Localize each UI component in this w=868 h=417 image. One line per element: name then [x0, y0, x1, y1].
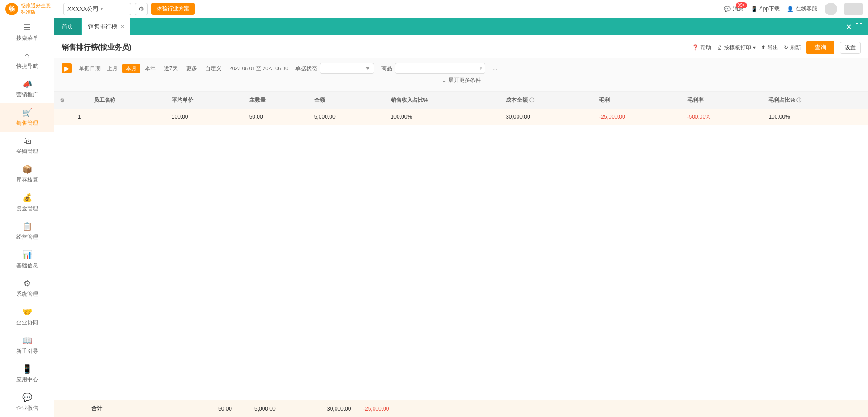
- settings-icon[interactable]: ⚙: [135, 3, 148, 15]
- basics-icon: 📊: [22, 250, 32, 260]
- export-icon: ⬆: [761, 44, 766, 51]
- message-icon: 💬: [724, 6, 731, 12]
- inventory-icon: 📦: [22, 164, 32, 174]
- status-filter: 单据状态: [295, 63, 374, 74]
- sidebar-item-marketing[interactable]: 📣 营销推广: [0, 75, 54, 103]
- goods-filter-label: 商品: [381, 65, 392, 72]
- gross-pct-info-icon: ⓘ: [796, 97, 801, 103]
- trial-button[interactable]: 体验行业方案: [151, 3, 195, 15]
- sidebar-item-enterprise[interactable]: 🤝 企业协同: [0, 302, 54, 331]
- page-title: 销售排行榜(按业务员): [62, 43, 132, 53]
- weixin-icon: 💬: [22, 393, 32, 403]
- tab-close-icon[interactable]: ×: [121, 24, 124, 30]
- date-filter: 单据日期 上月 本月 本年 近7天 更多 自定义 2023-06-01 至 20…: [79, 64, 288, 73]
- refresh-button[interactable]: ↻ 刷新: [784, 44, 801, 52]
- date-tab-more[interactable]: 更多: [182, 64, 201, 73]
- sidebar-item-shortcuts[interactable]: ⌂ 快捷导航: [0, 47, 54, 75]
- footer-amount: 5,000.00: [254, 406, 291, 412]
- column-settings-icon[interactable]: ⚙: [60, 97, 65, 104]
- col-quantity: 主数量: [244, 92, 309, 109]
- settings-button[interactable]: 设置: [840, 42, 861, 54]
- sidebar: ☰ 搜索菜单 ⌂ 快捷导航 📣 营销推广 🛒 销售管理 🛍 采购管理 📦 库存核…: [0, 18, 54, 417]
- download-icon: 📱: [751, 6, 758, 12]
- col-employee-name: 员工名称: [88, 92, 166, 109]
- sidebar-item-weixin[interactable]: 💬 企业微信: [0, 388, 54, 417]
- top-right-area: 💬 消息 99+ 📱 App下载 👤 在线客服: [724, 3, 863, 15]
- sidebar-item-operations[interactable]: 📋 经营管理: [0, 217, 54, 245]
- main-layout: ☰ 搜索菜单 ⌂ 快捷导航 📣 营销推广 🛒 销售管理 🛍 采购管理 📦 库存核…: [0, 18, 868, 417]
- col-gross-rate: 毛利率: [682, 92, 763, 109]
- messages-button[interactable]: 💬 消息 99+: [724, 5, 743, 13]
- home-icon: ⌂: [24, 51, 29, 61]
- filter-row: ▶ 单据日期 上月 本月 本年 近7天 更多 自定义 2023-06-01 至 …: [62, 63, 861, 74]
- row-rank-cell: 1: [70, 109, 88, 125]
- tab-sales-ranking[interactable]: 销售排行榜 ×: [82, 18, 130, 35]
- print-button[interactable]: 🖨 按模板打印 ▾: [717, 44, 756, 52]
- filter-toggle-icon[interactable]: ▶: [62, 63, 72, 73]
- sales-icon: 🛒: [22, 108, 32, 118]
- col-avg-price: 平均单价: [166, 92, 244, 109]
- row-gross-rate-cell: -500.00%: [682, 109, 763, 125]
- col-rank: [70, 92, 88, 109]
- date-tabs: 上月 本月 本年 近7天 更多 自定义: [103, 64, 225, 73]
- sidebar-item-system[interactable]: ⚙ 系统管理: [0, 274, 54, 302]
- sidebar-item-apps[interactable]: 📱 应用中心: [0, 359, 54, 388]
- search-icon: ☰: [24, 23, 31, 33]
- chevron-down-icon: ▾: [101, 6, 103, 11]
- expand-more-button[interactable]: ⌄ 展开更多条件: [62, 74, 861, 87]
- apps-icon: 📱: [22, 364, 32, 374]
- date-tab-custom[interactable]: 自定义: [201, 64, 225, 73]
- marketing-icon: 📣: [22, 79, 32, 89]
- sidebar-item-basics[interactable]: 📊 基础信息: [0, 245, 54, 274]
- date-tab-this-year[interactable]: 本年: [141, 64, 159, 73]
- date-filter-label: 单据日期: [79, 65, 101, 72]
- tab-bar: 首页 销售排行榜 × ✕ ⛶: [54, 18, 868, 35]
- page-content: 销售排行榜(按业务员) ❓ 帮助 🖨 按模板打印 ▾ ⬆ 导出: [54, 35, 868, 417]
- help-button[interactable]: ❓ 帮助: [692, 44, 711, 52]
- tab-home[interactable]: 首页: [54, 18, 81, 35]
- more-filters-dots[interactable]: ...: [493, 65, 497, 72]
- logo-icon: 畅: [5, 3, 18, 15]
- expand-icon: ⌄: [442, 77, 446, 84]
- col-gross-pct: 毛利占比% ⓘ: [763, 92, 868, 109]
- online-service-button[interactable]: 👤 在线客服: [787, 5, 817, 13]
- date-tab-last-month[interactable]: 上月: [103, 64, 121, 73]
- sidebar-item-finance[interactable]: 💰 资金管理: [0, 188, 54, 217]
- row-settings-cell: [54, 109, 70, 125]
- date-tab-this-month[interactable]: 本月: [122, 64, 140, 73]
- col-sales-pct: 销售收入占比%: [385, 92, 501, 109]
- system-icon: ⚙: [24, 278, 31, 288]
- goods-dropdown-icon: ▾: [480, 65, 482, 72]
- table-header-row: ⚙ 员工名称 平均单价 主数量: [54, 92, 868, 109]
- cost-info-icon: ⓘ: [529, 97, 534, 103]
- close-window-icon[interactable]: ✕: [846, 23, 852, 31]
- print-icon: 🖨: [717, 44, 722, 51]
- row-gross-pct-cell: 100.00%: [763, 109, 868, 125]
- company-selector[interactable]: XXXXX公司 ▾: [63, 3, 131, 15]
- query-button[interactable]: 查询: [806, 41, 834, 54]
- sidebar-item-inventory[interactable]: 📦 库存核算: [0, 160, 54, 188]
- footer-quantity: 50.00: [218, 406, 254, 412]
- avatar[interactable]: [825, 3, 837, 15]
- guide-icon: 📖: [22, 336, 32, 345]
- maximize-window-icon[interactable]: ⛶: [855, 23, 863, 31]
- footer-cost: 30,000.00: [327, 406, 363, 412]
- footer-gross: -25,000.00: [363, 406, 399, 412]
- enterprise-icon: 🤝: [22, 307, 32, 317]
- sidebar-item-purchase[interactable]: 🛍 采购管理: [0, 132, 54, 160]
- app-download-button[interactable]: 📱 App下载: [751, 5, 780, 13]
- export-button[interactable]: ⬆ 导出: [761, 44, 778, 52]
- service-icon: 👤: [787, 6, 794, 12]
- messages-badge: 99+: [736, 2, 747, 8]
- finance-icon: 💰: [22, 193, 32, 203]
- sidebar-item-guide[interactable]: 📖 新手引导: [0, 331, 54, 359]
- print-dropdown-icon: ▾: [753, 44, 756, 51]
- sidebar-item-sales[interactable]: 🛒 销售管理: [0, 103, 54, 132]
- date-tab-7days[interactable]: 近7天: [160, 64, 182, 73]
- filter-bar: ▶ 单据日期 上月 本月 本年 近7天 更多 自定义 2023-06-01 至 …: [54, 58, 868, 92]
- col-settings: ⚙: [54, 92, 70, 109]
- goods-select[interactable]: ▾: [395, 63, 485, 74]
- status-select[interactable]: [320, 63, 374, 74]
- sidebar-item-search[interactable]: ☰ 搜索菜单: [0, 18, 54, 47]
- data-table: ⚙ 员工名称 平均单价 主数量: [54, 92, 868, 125]
